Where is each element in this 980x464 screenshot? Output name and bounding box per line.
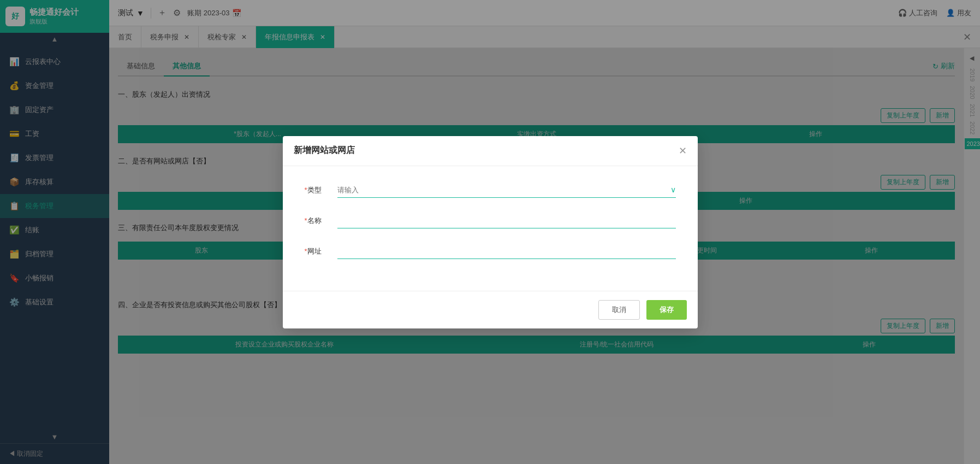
form-label-type: *类型 [305,185,337,195]
dialog-footer: 取消 保存 [283,291,698,328]
name-input[interactable] [337,213,676,228]
add-website-dialog: 新增网站或网店 ✕ *类型 ∨ *名称 [283,136,698,328]
type-input[interactable] [337,183,670,197]
save-button[interactable]: 保存 [646,300,687,320]
required-asterisk-url: * [305,247,307,255]
cancel-button[interactable]: 取消 [598,300,640,320]
form-row-url: *网址 [305,244,676,259]
form-row-name: *名称 [305,213,676,228]
form-input-wrap-url [337,244,676,259]
form-row-type: *类型 ∨ [305,183,676,198]
dialog-title: 新增网站或网店 [294,145,355,156]
dialog-body: *类型 ∨ *名称 *网址 [283,166,698,291]
dialog-header: 新增网站或网店 ✕ [283,136,698,166]
type-dropdown-arrow[interactable]: ∨ [670,185,676,194]
dialog-overlay: 新增网站或网店 ✕ *类型 ∨ *名称 [0,0,980,464]
form-label-url: *网址 [305,246,337,256]
form-input-wrap-type: ∨ [337,183,676,198]
form-input-wrap-name [337,213,676,228]
required-asterisk-name: * [305,216,307,225]
dialog-close-button[interactable]: ✕ [679,145,687,157]
form-label-name: *名称 [305,216,337,226]
url-input[interactable] [337,244,676,259]
required-asterisk-type: * [305,186,307,194]
